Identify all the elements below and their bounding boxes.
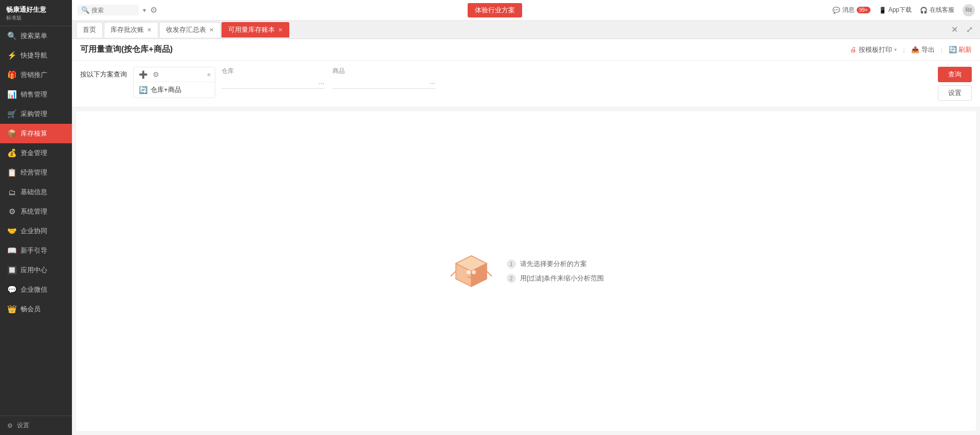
sidebar-item-label-enterprise-wechat: 企业微信 — [21, 285, 47, 294]
tab-batch-account[interactable]: 库存批次账✕ — [104, 22, 158, 37]
empty-tip-1: 1 请先选择要分析的方案 — [507, 259, 604, 269]
sidebar-item-operation[interactable]: 📋 经营管理 — [0, 163, 72, 182]
tip-num-1: 1 — [507, 259, 516, 269]
sidebar-item-label-basic-info: 基础信息 — [21, 187, 47, 197]
scheme-item-warehouse-goods[interactable]: 🔄 仓库+商品 — [134, 82, 215, 98]
sidebar-bottom-settings[interactable]: ⚙ 设置 — [0, 415, 72, 435]
online-service-button[interactable]: 🎧 在线客服 — [920, 6, 954, 14]
headset-icon: 🎧 — [920, 7, 928, 14]
svg-point-4 — [472, 270, 476, 274]
tab-label-deposit-summary: 收发存汇总表 — [166, 25, 206, 34]
tip-text-2: 用[过滤]条件来缩小分析范围 — [520, 274, 604, 283]
sidebar-item-app-center[interactable]: 🔲 应用中心 — [0, 260, 72, 280]
sidebar-item-quick-nav[interactable]: ⚡ 快捷导航 — [0, 46, 72, 65]
sidebar-scroll: 🔍 搜索菜单 ⚡ 快捷导航 🎁 营销推广 📊 销售管理 🛒 采购管理 📦 库存核… — [0, 26, 72, 415]
app-download-button[interactable]: 📱 App下载 — [879, 6, 912, 14]
sidebar-item-search[interactable]: 🔍 搜索菜单 — [0, 26, 72, 46]
search-input[interactable] — [91, 7, 133, 14]
goods-field: 商品 ··· — [332, 67, 435, 89]
edit-scheme-button[interactable]: ⚙ — [152, 69, 160, 80]
close-tab-available-ledger[interactable]: ✕ — [278, 27, 283, 33]
sidebar-item-label-finance: 资金管理 — [21, 148, 47, 158]
sidebar-item-label-purchase: 采购管理 — [21, 109, 47, 119]
enterprise-icon: 🤝 — [7, 226, 16, 236]
operation-icon: 📋 — [7, 168, 16, 177]
top-search-box[interactable]: 🔍 — [77, 5, 139, 15]
sidebar-logo: 畅康通好生意 标准版 — [0, 0, 72, 26]
tab-home[interactable]: 首页 — [76, 22, 103, 37]
logo-subtitle: 标准版 — [6, 14, 66, 22]
sidebar-item-system[interactable]: ⚙ 系统管理 — [0, 202, 72, 221]
member-icon: 👑 — [7, 305, 16, 314]
print-icon: 🖨 — [850, 46, 857, 53]
divider2: | — [941, 46, 942, 53]
add-scheme-button[interactable]: ➕ — [138, 69, 149, 80]
sidebar-item-member[interactable]: 👑 畅会员 — [0, 299, 72, 319]
sidebar-item-sales[interactable]: 📊 销售管理 — [0, 85, 72, 104]
empty-tip-2: 2 用[过滤]条件来缩小分析范围 — [507, 274, 604, 283]
export-button[interactable]: 📤 导出 — [911, 45, 935, 54]
sidebar-item-marketing[interactable]: 🎁 营销推广 — [0, 65, 72, 85]
empty-illustration: 1 请先选择要分析的方案 2 用[过滤]条件来缩小分析范围 — [448, 248, 604, 294]
goods-input[interactable] — [332, 79, 428, 87]
sidebar-item-finance[interactable]: 💰 资金管理 — [0, 143, 72, 163]
sidebar-bottom-label: 设置 — [17, 421, 29, 430]
chevron-down-icon[interactable]: ▾ — [143, 7, 146, 14]
tab-label-home: 首页 — [83, 25, 96, 34]
svg-line-6 — [487, 271, 492, 276]
sidebar-item-label-inventory: 库存核算 — [21, 129, 47, 138]
solution-button[interactable]: 体验行业方案 — [468, 3, 522, 17]
close-tab-deposit-summary[interactable]: ✕ — [209, 27, 214, 33]
settings-button[interactable]: 设置 — [938, 85, 972, 101]
sidebar-item-inventory[interactable]: 📦 库存核算 — [0, 124, 72, 143]
scheme-cycle-icon: 🔄 — [139, 86, 147, 94]
goods-input-container: ··· — [332, 78, 435, 89]
page-header-actions: 🖨 按模板打印 ▾ | 📤 导出 | 🔄 刷新 — [850, 45, 972, 54]
refresh-button[interactable]: 🔄 刷新 — [949, 45, 972, 54]
warehouse-label: 仓库 — [221, 67, 324, 75]
sidebar-item-label-marketing: 营销推广 — [21, 70, 47, 80]
sidebar-item-label-app-center: 应用中心 — [21, 266, 47, 275]
sidebar-item-label-member: 畅会员 — [21, 305, 41, 314]
tab-deposit-summary[interactable]: 收发存汇总表✕ — [159, 22, 220, 37]
user-menu[interactable]: Rit — [963, 4, 975, 16]
tab-label-available-ledger: 可用量库存账本 — [228, 25, 275, 34]
top-right-actions: 💬 消息 99+ 📱 App下载 🎧 在线客服 Rit — [833, 4, 975, 16]
refresh-icon: 🔄 — [949, 46, 957, 53]
search-icon: 🔍 — [81, 6, 89, 14]
sidebar-item-label-quick-nav: 快捷导航 — [21, 51, 47, 60]
marketing-icon: 🎁 — [7, 70, 16, 80]
empty-cube-icon — [448, 248, 494, 294]
print-button[interactable]: 🖨 按模板打印 ▾ — [850, 45, 897, 54]
close-tab-button[interactable]: ✕ — [948, 24, 961, 35]
sidebar-item-enterprise-wechat[interactable]: 💬 企业微信 — [0, 280, 72, 299]
collapse-button[interactable]: « — [207, 71, 211, 78]
phone-icon: 📱 — [879, 7, 886, 14]
query-button[interactable]: 查询 — [938, 67, 972, 82]
system-icon: ⚙ — [7, 207, 16, 216]
empty-tips: 1 请先选择要分析的方案 2 用[过滤]条件来缩小分析范围 — [507, 259, 604, 283]
sidebar-item-enterprise[interactable]: 🤝 企业协同 — [0, 221, 72, 241]
tab-available-ledger[interactable]: 可用量库存账本✕ — [221, 22, 289, 37]
sidebar-item-newbie[interactable]: 📖 新手引导 — [0, 241, 72, 260]
export-icon: 📤 — [911, 46, 919, 53]
app-download-label: App下载 — [889, 6, 912, 14]
query-actions: 查询 设置 — [938, 67, 972, 101]
expand-tab-button[interactable]: ⤢ — [963, 24, 976, 35]
sidebar-item-purchase[interactable]: 🛒 采购管理 — [0, 104, 72, 124]
settings-icon[interactable]: ⚙ — [150, 5, 157, 15]
goods-more-button[interactable]: ··· — [430, 79, 435, 87]
close-tab-batch-account[interactable]: ✕ — [147, 27, 152, 33]
newbie-icon: 📖 — [7, 246, 16, 255]
warehouse-input[interactable] — [221, 79, 317, 87]
online-service-label: 在线客服 — [930, 6, 954, 14]
sidebar-item-basic-info[interactable]: 🗂 基础信息 — [0, 182, 72, 202]
warehouse-more-button[interactable]: ··· — [319, 79, 324, 87]
search-icon: 🔍 — [7, 31, 16, 41]
svg-line-5 — [451, 271, 456, 276]
sidebar-item-label-search: 搜索菜单 — [21, 31, 47, 41]
tabs-right-controls: ✕ ⤢ — [948, 24, 976, 35]
enterprise-wechat-icon: 💬 — [7, 285, 16, 294]
notification-button[interactable]: 💬 消息 99+ — [833, 6, 871, 14]
app-center-icon: 🔲 — [7, 266, 16, 275]
